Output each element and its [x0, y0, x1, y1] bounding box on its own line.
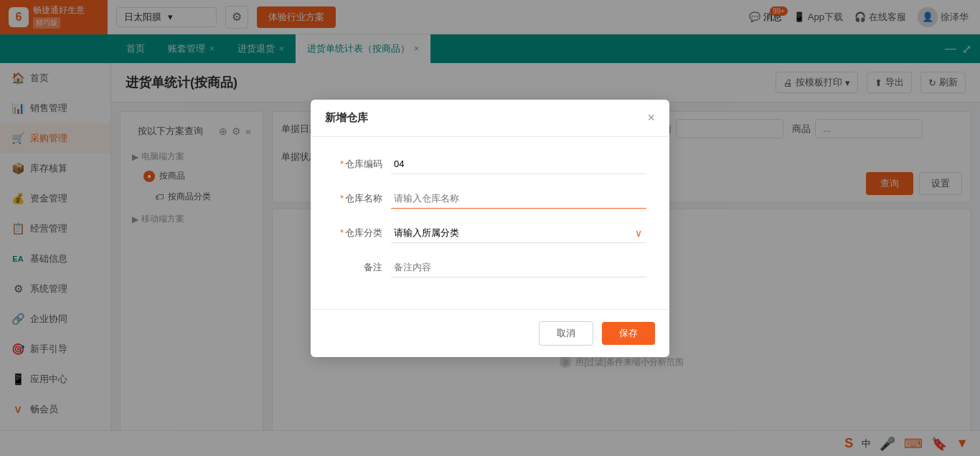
dialog-footer: 取消 保存 — [311, 309, 669, 357]
warehouse-category-select[interactable]: 请输入所属分类 — [391, 223, 646, 243]
category-label: * 仓库分类 — [334, 227, 391, 239]
dialog-body: * 仓库编码 * 仓库名称 * 仓库分类 — [311, 137, 669, 309]
name-label: * 仓库名称 — [334, 192, 391, 205]
name-required-star: * — [340, 193, 344, 204]
form-row-name: * 仓库名称 — [334, 189, 646, 209]
warehouse-code-input[interactable] — [391, 154, 646, 174]
dialog-title: 新增仓库 — [325, 111, 368, 125]
code-required-star: * — [340, 158, 344, 169]
form-row-code: * 仓库编码 — [334, 154, 646, 174]
save-button[interactable]: 保存 — [602, 322, 655, 345]
category-select-wrap: 请输入所属分类 ∨ — [391, 223, 646, 243]
dialog-close-button[interactable]: × — [647, 111, 655, 124]
dialog-header: 新增仓库 × — [311, 100, 669, 137]
code-label: * 仓库编码 — [334, 158, 391, 171]
remark-label: 备注 — [334, 261, 391, 274]
cancel-button[interactable]: 取消 — [539, 321, 593, 346]
category-required-star: * — [340, 227, 344, 238]
new-warehouse-dialog: 新增仓库 × * 仓库编码 * 仓库名称 — [311, 100, 669, 357]
form-row-remark: 备注 — [334, 257, 646, 277]
remark-input[interactable] — [391, 257, 646, 277]
modal-overlay: 新增仓库 × * 仓库编码 * 仓库名称 — [0, 0, 980, 456]
form-row-category: * 仓库分类 请输入所属分类 ∨ — [334, 223, 646, 243]
warehouse-name-input[interactable] — [391, 189, 646, 209]
